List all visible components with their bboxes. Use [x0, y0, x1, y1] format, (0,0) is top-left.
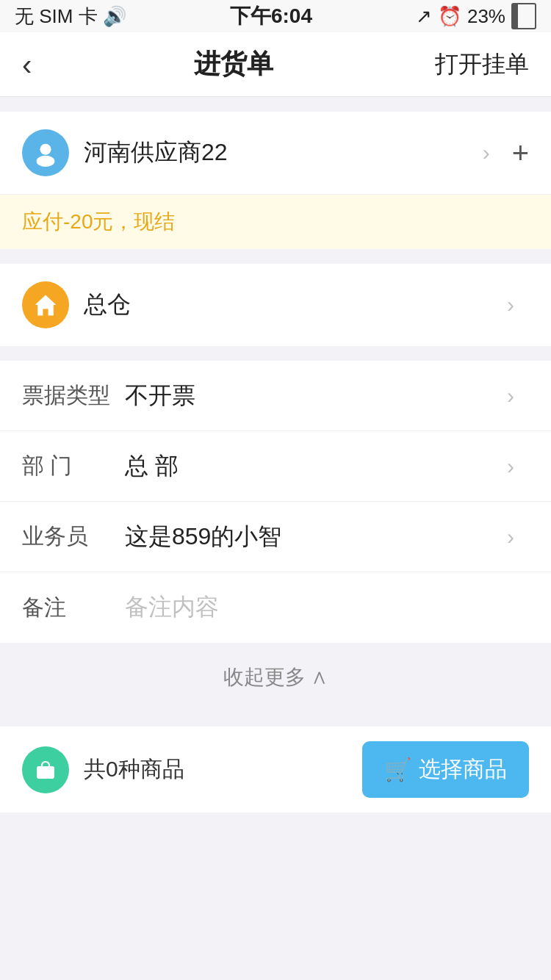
department-row[interactable]: 部 门 总 部 › [0, 431, 551, 502]
svg-marker-2 [35, 295, 57, 316]
sim-label: 无 SIM 卡 🔊 [15, 4, 126, 29]
section-divider-1 [0, 97, 551, 112]
section-divider-2 [0, 249, 551, 264]
open-pending-button[interactable]: 打开挂单 [435, 48, 529, 81]
grey-fill [0, 813, 551, 980]
supplier-name: 河南供应商22 [84, 137, 483, 169]
remark-label: 备注 [22, 593, 118, 623]
status-bar-left: 无 SIM 卡 🔊 [15, 4, 126, 29]
nav-bar: ‹ 进货单 打开挂单 [0, 32, 551, 97]
ticket-type-row[interactable]: 票据类型 不开票 › [0, 361, 551, 431]
bottom-section: 共0种商品 🛒 选择商品 [0, 727, 551, 813]
warehouse-name: 总仓 [84, 289, 507, 321]
battery-label: 23% [467, 5, 505, 28]
status-bar: 无 SIM 卡 🔊 下午6:04 ↗ ⏰ 23% [0, 0, 551, 32]
department-value: 总 部 [118, 450, 507, 483]
remark-row[interactable]: 备注 备注内容 [0, 572, 551, 643]
salesperson-chevron: › [507, 525, 514, 550]
product-count-label: 共0种商品 [84, 754, 362, 785]
alarm-icon: ⏰ [438, 5, 461, 28]
location-icon: ↗ [416, 5, 432, 28]
warehouse-card: 总仓 › [0, 264, 551, 346]
svg-point-0 [40, 144, 51, 155]
warehouse-row[interactable]: 总仓 › [0, 264, 551, 346]
salesperson-value: 这是859的小智 [118, 521, 507, 553]
department-chevron: › [507, 454, 514, 479]
supplier-avatar [22, 129, 69, 176]
department-label: 部 门 [22, 451, 118, 481]
battery-icon [511, 3, 536, 29]
svg-point-1 [37, 156, 55, 167]
status-bar-right: ↗ ⏰ 23% [416, 3, 536, 29]
salesperson-row[interactable]: 业务员 这是859的小智 › [0, 502, 551, 572]
ticket-type-chevron: › [507, 383, 514, 408]
select-product-button[interactable]: 🛒 选择商品 [362, 741, 529, 798]
salesperson-label: 业务员 [22, 522, 118, 552]
collapse-label: 收起更多 ∧ [223, 663, 328, 691]
supplier-row[interactable]: 河南供应商22 › + [0, 112, 551, 195]
back-button[interactable]: ‹ [22, 50, 32, 79]
form-section: 票据类型 不开票 › 部 门 总 部 › 业务员 这是859的小智 › 备注 备… [0, 361, 551, 643]
product-icon-wrap [22, 746, 69, 793]
warehouse-chevron-icon: › [507, 292, 514, 317]
svg-rect-3 [37, 765, 54, 778]
status-bar-time: 下午6:04 [230, 2, 312, 30]
add-supplier-icon[interactable]: + [512, 137, 529, 170]
supplier-notice: 应付-20元，现结 [0, 195, 551, 249]
supplier-chevron-icon: › [483, 140, 490, 165]
ticket-type-value: 不开票 [118, 380, 507, 412]
remark-input[interactable]: 备注内容 [118, 591, 529, 624]
warehouse-icon [22, 281, 69, 328]
select-product-icon: 🛒 [384, 757, 411, 782]
ticket-type-label: 票据类型 [22, 381, 118, 411]
page-title: 进货单 [194, 46, 273, 82]
supplier-card: 河南供应商22 › + 应付-20元，现结 [0, 112, 551, 249]
collapse-row[interactable]: 收起更多 ∧ [0, 643, 551, 712]
select-product-label: 选择商品 [419, 754, 507, 785]
